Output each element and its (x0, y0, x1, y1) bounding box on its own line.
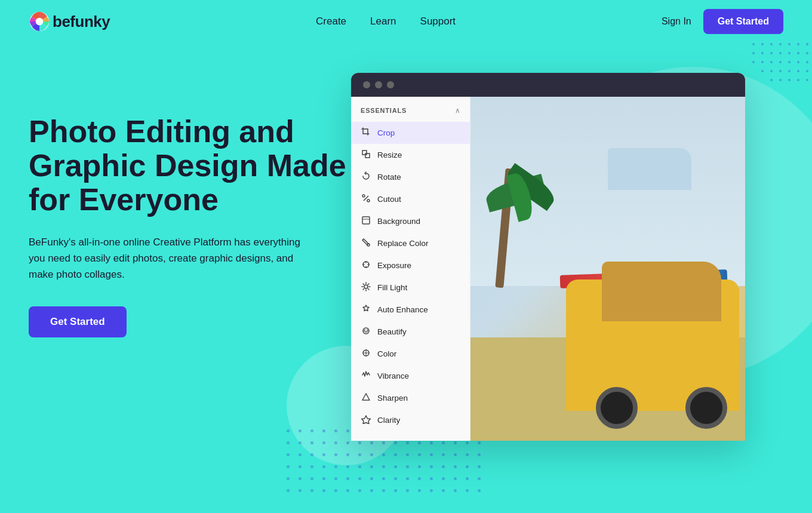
svg-rect-77 (394, 453, 397, 456)
svg-rect-73 (346, 453, 349, 456)
svg-rect-86 (299, 465, 302, 468)
hero-section: // Will be rendered via inline pattern (0, 43, 812, 513)
svg-rect-104 (310, 477, 313, 480)
nav-learn[interactable]: Learn (370, 16, 396, 27)
exposure-icon (361, 260, 371, 271)
sidebar-item-auto-enhance[interactable]: Auto Enhance (351, 299, 470, 321)
car-roof (602, 262, 721, 321)
sidebar-item-exposure[interactable]: Exposure (351, 254, 470, 277)
svg-rect-110 (382, 477, 385, 480)
svg-point-141 (364, 285, 368, 288)
svg-rect-36 (310, 429, 313, 432)
svg-rect-92 (370, 465, 373, 468)
car-window (608, 148, 691, 190)
svg-rect-35 (299, 429, 302, 432)
sidebar-item-label-exposure: Exposure (377, 261, 411, 270)
sidebar-item-label-auto-enhance: Auto Enhance (377, 305, 428, 314)
sidebar-item-crop[interactable]: Crop (351, 122, 470, 144)
window-body: ESSENTIALS ∧ CropResizeRotateCutoutBackg… (351, 97, 745, 441)
sidebar-item-background[interactable]: Background (351, 210, 470, 232)
svg-rect-34 (287, 429, 290, 432)
svg-rect-93 (382, 465, 385, 468)
car-wheel-right (685, 387, 727, 429)
svg-rect-52 (299, 441, 302, 444)
get-started-hero-button[interactable]: Get Started (29, 306, 127, 337)
sidebar-item-label-fill-light: Fill Light (377, 283, 407, 292)
hero-left: Photo Editing and Graphic Design Made fo… (29, 79, 363, 337)
svg-rect-136 (362, 150, 367, 155)
svg-rect-13 (788, 52, 791, 54)
svg-rect-9 (752, 52, 755, 54)
svg-rect-21 (797, 61, 799, 63)
sidebar-item-color[interactable]: Color (351, 343, 470, 365)
nav-support[interactable]: Support (420, 16, 456, 27)
svg-rect-28 (806, 70, 808, 72)
svg-rect-112 (406, 477, 409, 480)
sidebar-panel: ESSENTIALS ∧ CropResizeRotateCutoutBackg… (351, 97, 470, 441)
sidebar-item-label-resize: Resize (377, 150, 402, 159)
svg-rect-91 (358, 465, 361, 468)
svg-rect-78 (406, 453, 409, 456)
app-window: ESSENTIALS ∧ CropResizeRotateCutoutBackg… (351, 73, 745, 441)
svg-rect-76 (382, 453, 385, 456)
svg-rect-58 (370, 441, 373, 444)
svg-rect-53 (310, 441, 313, 444)
svg-rect-131 (430, 489, 433, 492)
svg-rect-107 (346, 477, 349, 480)
sidebar-item-replace-color[interactable]: Replace Color (351, 232, 470, 254)
svg-rect-100 (466, 465, 469, 468)
svg-rect-60 (394, 441, 397, 444)
hero-title: Photo Editing and Graphic Design Made fo… (29, 115, 363, 217)
crop-icon (361, 127, 371, 139)
svg-rect-79 (418, 453, 421, 456)
sharpen-icon (361, 392, 371, 404)
svg-rect-127 (382, 489, 385, 492)
svg-rect-113 (418, 477, 421, 480)
sidebar-item-cutout[interactable]: Cutout (351, 188, 470, 210)
svg-rect-18 (770, 61, 773, 63)
fill-light-icon (361, 282, 371, 293)
sidebar-item-vibrance[interactable]: Vibrance (351, 365, 470, 387)
get-started-nav-button[interactable]: Get Started (703, 9, 783, 34)
cutout-icon (361, 193, 371, 205)
svg-rect-82 (454, 453, 457, 456)
svg-rect-95 (406, 465, 409, 468)
svg-rect-22 (806, 61, 808, 63)
sign-in-button[interactable]: Sign In (662, 16, 691, 27)
logo-text: befunky (53, 13, 110, 31)
svg-rect-55 (334, 441, 337, 444)
sidebar-item-label-cutout: Cutout (377, 195, 401, 204)
svg-rect-116 (454, 477, 457, 480)
rotate-icon (361, 171, 371, 183)
sidebar-item-fill-light[interactable]: Fill Light (351, 277, 470, 299)
sidebar-item-sharpen[interactable]: Sharpen (351, 387, 470, 409)
sidebar-item-beautify[interactable]: Beautify (351, 321, 470, 343)
svg-rect-124 (346, 489, 349, 492)
sidebar-item-rotate[interactable]: Rotate (351, 166, 470, 188)
sidebar-section-title: ESSENTIALS (361, 107, 407, 114)
nav-create[interactable]: Create (316, 16, 346, 27)
hero-right: ESSENTIALS ∧ CropResizeRotateCutoutBackg… (351, 73, 783, 441)
svg-rect-23 (761, 70, 764, 72)
chevron-icon: ∧ (455, 106, 460, 115)
svg-rect-20 (788, 61, 791, 63)
svg-rect-54 (322, 441, 325, 444)
car-wheel-left (596, 387, 638, 429)
svg-rect-121 (310, 489, 313, 492)
svg-rect-68 (287, 453, 290, 456)
sidebar-item-clarity[interactable]: Clarity (351, 409, 470, 431)
window-dot-3 (387, 81, 394, 88)
sidebar-item-label-rotate: Rotate (377, 173, 401, 182)
background-icon (361, 216, 371, 227)
svg-rect-56 (346, 441, 349, 444)
photo-area (470, 97, 745, 441)
svg-rect-32 (797, 79, 799, 81)
window-titlebar (351, 73, 745, 97)
hero-subtitle: BeFunky's all-in-one online Creative Pla… (29, 234, 315, 283)
svg-rect-114 (430, 477, 433, 480)
sidebar-item-resize[interactable]: Resize (351, 144, 470, 166)
logo[interactable]: befunky (29, 11, 110, 32)
svg-rect-24 (770, 70, 773, 72)
sidebar-item-label-sharpen: Sharpen (377, 394, 408, 403)
svg-rect-69 (299, 453, 302, 456)
